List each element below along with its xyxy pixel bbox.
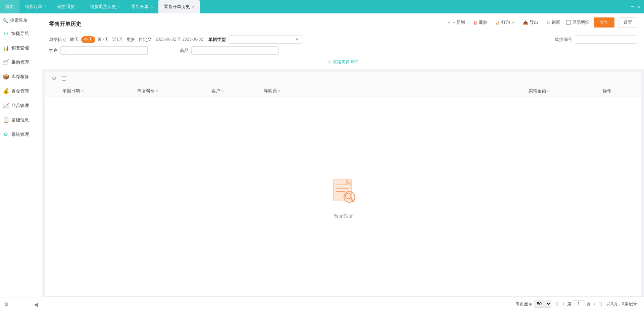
sidebar-item-finance-mgmt[interactable]: 💰 资金管理 (0, 84, 42, 98)
sidebar-search[interactable]: 🔍 搜索采单 (0, 13, 42, 26)
goods-placeholder: ... (194, 48, 198, 53)
add-button[interactable]: ＋ + 新增 (445, 18, 467, 27)
empty-state: 暂无数据 (45, 97, 641, 296)
basic-info-icon: 📋 (3, 117, 9, 123)
date-1month[interactable]: 近1月 (111, 36, 124, 43)
close-tab-sales-return-history[interactable]: × (118, 4, 120, 9)
col-salesperson[interactable]: 导购员 ⇅ (260, 85, 323, 97)
finance-mgmt-icon: 💰 (3, 88, 9, 94)
tab-sales-return-history[interactable]: 销货退货历史 × (85, 0, 126, 13)
customer-placeholder: ... (63, 48, 67, 53)
close-window-btn[interactable]: × (637, 4, 640, 9)
tab-home[interactable]: 首页 (0, 0, 19, 13)
order-type-label: 单据类型 (208, 37, 226, 43)
close-tab-sales-order[interactable]: × (44, 4, 47, 9)
delete-icon: 🗑 (473, 20, 478, 25)
col-date[interactable]: 单据日期 ⇅ (58, 85, 133, 97)
col-customer[interactable]: 客户 ⇅ (207, 85, 260, 97)
per-page-select[interactable]: 50 100 200 (534, 300, 551, 308)
col-no[interactable]: 单据编号 ⇅ (133, 85, 207, 97)
sidebar-item-basic-info[interactable]: 📋 基础信息 (0, 113, 42, 127)
delete-button[interactable]: 🗑 删除 (471, 18, 490, 27)
col-amount[interactable]: 实销金额 ⇅ (525, 85, 599, 97)
restore-window-btn[interactable]: ▭ (631, 4, 635, 9)
table-container: ⚙ 单据日期 ⇅ 单据编号 ⇅ (45, 72, 641, 296)
tab-retail-open[interactable]: 零售开单 × (126, 0, 158, 13)
sidebar-settings-icon[interactable]: ⚙ (4, 301, 9, 308)
date-field: 单据日期 昨天 今天 近7天 近1月 更多 自定义 2023-06-02 至 2… (49, 36, 203, 43)
sidebar-item-purchase-mgmt[interactable]: 🛒 采购管理 (0, 55, 42, 69)
customer-select[interactable]: ... (60, 46, 148, 55)
export-icon: 📤 (523, 20, 528, 25)
data-table: 单据日期 ⇅ 单据编号 ⇅ 客户 ⇅ 导购员 (45, 85, 641, 97)
goods-field: 商品 ... (180, 46, 279, 55)
next-page-btn[interactable]: ⟩ (592, 301, 596, 307)
refresh-button[interactable]: ↻ 刷新 (544, 18, 562, 27)
sidebar-item-sales-mgmt[interactable]: 📊 销售管理 (0, 41, 42, 55)
date-yesterday[interactable]: 昨天 (69, 36, 80, 43)
setting-button[interactable]: 设置 (618, 17, 637, 28)
pagination-nav: ⟨⟨ ⟨ 第 页 ⟩ ⟩⟩ (554, 300, 604, 307)
tab-sales-order[interactable]: 销售订单 × (19, 0, 52, 13)
date-sort-icon: ⇅ (81, 89, 84, 93)
order-no-input[interactable] (575, 35, 637, 44)
tab-sales-return[interactable]: 销货退货 × (52, 0, 85, 13)
order-no-field: 单据编号 (555, 35, 637, 44)
refresh-icon: ↻ (546, 20, 550, 25)
quick-nav-icon: ⊙ (3, 30, 9, 37)
order-no-label: 单据编号 (555, 37, 572, 43)
window-controls: ▭ × (631, 4, 644, 9)
select-all-checkbox[interactable] (62, 76, 66, 81)
goods-label: 商品 (180, 48, 189, 54)
date-7days[interactable]: 近7天 (97, 36, 110, 43)
prev-page-btn[interactable]: ⟨ (561, 301, 566, 307)
date-more[interactable]: 更多 (126, 36, 136, 43)
add-icon: ＋ (447, 19, 451, 25)
close-tab-retail-history[interactable]: × (192, 4, 194, 9)
export-button[interactable]: 📤 导出 (521, 18, 540, 27)
col-check (45, 85, 58, 97)
sidebar-item-system-mgmt[interactable]: ⚙ 系统管理 (0, 127, 42, 142)
query-button[interactable]: 查询 (594, 17, 614, 28)
customer-sort-icon: ⇅ (221, 89, 224, 93)
print-dropdown-icon: ▼ (511, 21, 515, 24)
sidebar-item-quick-nav[interactable]: ⊙ 快捷导航 (0, 26, 42, 41)
close-tab-retail-open[interactable]: × (151, 4, 153, 9)
sales-mgmt-icon: 📊 (3, 45, 9, 51)
tab-retail-history[interactable]: 零售开单历史 × (158, 0, 200, 13)
display-toggle[interactable]: 显示明细 (566, 19, 590, 25)
top-tab-bar: 首页 销售订单 × 销货退货 × 销货退货历史 × 零售开单 × 零售开单历史 … (0, 0, 644, 13)
first-page-btn[interactable]: ⟨⟨ (554, 301, 560, 307)
main-layout: 🔍 搜索采单 ⊙ 快捷导航 📊 销售管理 🛒 采购管理 📦 库存核算 💰 资金管… (0, 13, 644, 311)
table-toolbar: ⚙ (45, 72, 641, 85)
operations-mgmt-icon: 📈 (3, 102, 9, 109)
more-conditions-toggle[interactable]: ∧ 收起更多条件 (49, 57, 637, 65)
date-shortcuts: 昨天 今天 近7天 近1月 更多 自定义 (69, 36, 153, 43)
close-tab-sales-return[interactable]: × (77, 4, 79, 9)
customer-field: 客户 ... (49, 46, 148, 55)
date-custom[interactable]: 自定义 (138, 36, 153, 43)
order-type-field: 单据类型 ▼ (208, 35, 549, 44)
page-number-input[interactable] (573, 300, 585, 307)
sidebar-item-operations-mgmt[interactable]: 📈 经营管理 (0, 98, 42, 113)
table-header-row: 单据日期 ⇅ 单据编号 ⇅ 客户 ⇅ 导购员 (45, 85, 641, 97)
no-sort-icon: ⇅ (155, 89, 158, 93)
last-page-btn[interactable]: ⟩⟩ (598, 301, 604, 307)
table-settings-icon[interactable]: ⚙ (49, 74, 59, 82)
inventory-icon: 📦 (3, 73, 9, 80)
search-area: 单据日期 昨天 今天 近7天 近1月 更多 自定义 2023-06-02 至 2… (42, 31, 644, 69)
amount-sort-icon: ⇅ (547, 89, 550, 93)
empty-state-illustration (327, 174, 360, 208)
sidebar-item-inventory[interactable]: 📦 库存核算 (0, 69, 42, 84)
collapse-icon: ∧ (328, 59, 331, 64)
system-mgmt-icon: ⚙ (3, 131, 9, 138)
date-today[interactable]: 今天 (81, 36, 95, 43)
goods-select[interactable]: ... (191, 46, 279, 55)
order-type-select[interactable]: ▼ (229, 35, 302, 44)
sidebar-collapse-icon[interactable]: ◀ (34, 301, 38, 308)
sidebar: 🔍 搜索采单 ⊙ 快捷导航 📊 销售管理 🛒 采购管理 📦 库存核算 💰 资金管… (0, 13, 42, 311)
pagination: 每页显示 50 100 200 ⟨⟨ ⟨ 第 页 ⟩ ⟩⟩ 共0页，0条记录 (42, 296, 644, 311)
print-button[interactable]: 🖨 打印 ▼ (494, 18, 517, 27)
toolbar: ＋ + 新增 🗑 删除 🖨 打印 ▼ 📤 导出 ↻ (445, 17, 637, 31)
display-toggle-checkbox[interactable] (566, 20, 571, 25)
